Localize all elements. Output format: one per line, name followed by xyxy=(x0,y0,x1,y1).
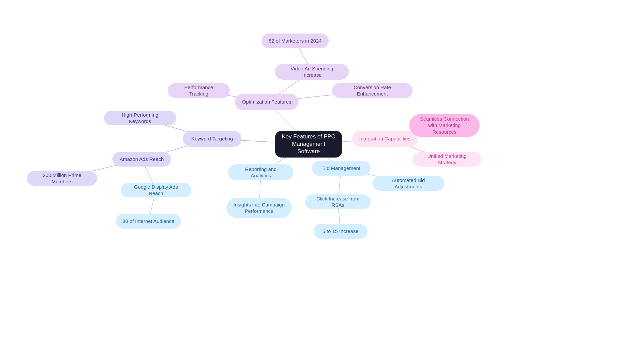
node-automatedBid: Automated Bid Adjustments xyxy=(372,176,444,191)
node-keywordTargeting: Keyword Targeting xyxy=(183,131,241,147)
node-integration: Integration Capabilities xyxy=(352,131,418,147)
node-clickIncrease: Click Increase from RSAs xyxy=(305,194,371,209)
node-optimization: Optimization Features xyxy=(235,94,299,110)
node-center: Key Features of PPC Management Software xyxy=(275,131,342,158)
node-primeMembers: 200 Million Prime Members xyxy=(27,171,97,186)
node-googleDisplay: Google Display Ads Reach xyxy=(121,183,191,197)
node-fiveToFifteen: 5 to 15 Increase xyxy=(314,224,367,239)
node-seamless: Seamless Connection with Marketing Resou… xyxy=(409,114,480,137)
node-videoAd: Video Ad Spending Increase xyxy=(275,64,349,80)
node-highPerforming: High-Performing Keywords xyxy=(104,111,176,125)
connections-svg xyxy=(0,0,644,363)
node-conversionRate: Conversion Rate Enhancement xyxy=(332,83,413,98)
node-internetAudience: 80 of Internet Audience xyxy=(116,214,181,229)
node-reporting: Reporting and Analytics xyxy=(228,164,293,180)
node-insights: Insights into Campaign Performance xyxy=(226,198,292,218)
node-performanceTracking: Performance Tracking xyxy=(168,83,230,98)
node-amazonAds: Amazon Ads Reach xyxy=(112,152,171,167)
mind-map-container: Key Features of PPC Management SoftwareO… xyxy=(0,0,644,363)
node-marketers: 82 of Marketers in 2024 xyxy=(262,34,329,48)
node-unified: Unified Marketing Strategy xyxy=(413,152,481,167)
node-bidManagement: Bid Management xyxy=(312,161,371,176)
